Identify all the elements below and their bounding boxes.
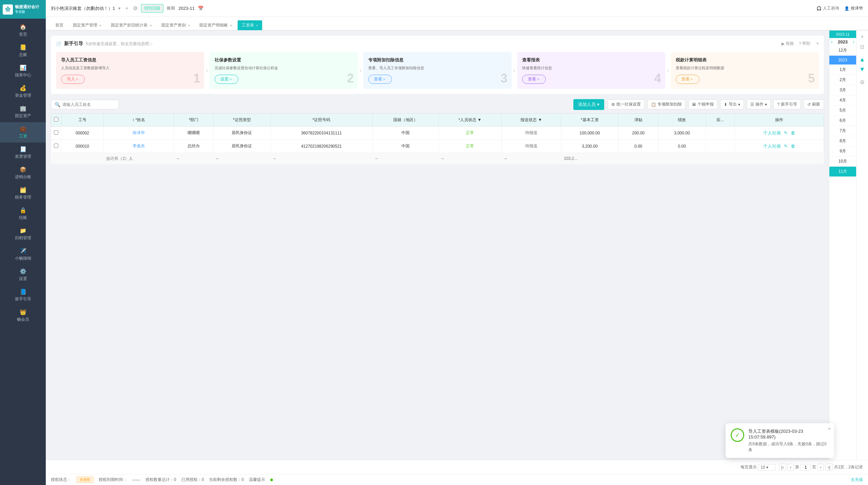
panel-up-button[interactable]: ▲ <box>859 56 865 63</box>
step-number-1: 1 <box>193 71 200 86</box>
sidebar-item-reports[interactable]: 📊报表中心 <box>0 61 46 81</box>
last-page-button[interactable]: ›| <box>825 464 833 471</box>
sidebar-item-member[interactable]: 👑畅会员 <box>0 305 46 326</box>
sidebar-item-close[interactable]: 🔒结账 <box>0 204 46 224</box>
cell-name[interactable]: 李俊杰 <box>133 144 145 148</box>
add-employee-button[interactable]: 添加人员 ▾ <box>573 99 604 110</box>
calendar-prev-button[interactable]: ‹ <box>831 39 833 44</box>
user-menu[interactable]: 👤 徐泽华 <box>844 5 863 11</box>
refresh-button[interactable]: ↺ 刷新 <box>804 99 824 109</box>
tab-close-fixed-assets-mgmt[interactable]: × <box>99 23 101 27</box>
guide-icon: ? <box>777 102 780 107</box>
onboarding-links: ▶ 视频 ? 帮助 <box>782 41 810 46</box>
calendar-icon[interactable]: 📅 <box>198 6 203 11</box>
row-checkbox[interactable] <box>54 130 58 135</box>
social-insurance-button[interactable]: ⚙ 统一社保设置 <box>608 99 645 109</box>
panel-settings-icon[interactable]: ⚙ <box>860 79 865 86</box>
calendar-month-4月[interactable]: 4月 <box>829 95 856 106</box>
search-input[interactable] <box>62 102 115 107</box>
calendar-month-10月[interactable]: 10月 <box>829 156 856 167</box>
sidebar-item-archive[interactable]: 📁归档管理 <box>0 224 46 244</box>
notification-close-button[interactable]: × <box>828 426 831 431</box>
action-delete[interactable]: 🗑 <box>791 144 795 149</box>
tab-home[interactable]: 首页 <box>51 20 68 30</box>
guide-button[interactable]: ? 新手引导 <box>773 99 801 109</box>
panel-close-button[interactable]: × <box>858 32 867 41</box>
calendar-month-3月[interactable]: 3月 <box>829 85 856 95</box>
page-number-input[interactable] <box>801 464 811 471</box>
sidebar-item-home[interactable]: 🏠首页 <box>0 20 46 41</box>
settings-button[interactable]: ⚙ <box>133 5 138 12</box>
action-edit[interactable]: ✎ <box>784 130 788 135</box>
sidebar-item-fixed-assets[interactable]: 🏢固定资产 <box>0 102 46 122</box>
old-version-button[interactable]: 切到旧版 <box>141 4 163 13</box>
tab-fixed-assets-mgmt[interactable]: 固定资产管理× <box>68 20 106 30</box>
report-filter-icon[interactable]: ▼ <box>538 117 542 122</box>
tab-close-depreciation[interactable]: × <box>150 23 152 27</box>
calendar-month-9月[interactable]: 9月 <box>829 146 856 156</box>
sidebar-item-tax[interactable]: 🗂️税务管理 <box>0 183 46 204</box>
notification-popup: × ✓ 导入工资表模板(2023-03-23 15:07:59.897) 共9条… <box>726 423 834 458</box>
cell-name[interactable]: 徐泽华 <box>133 130 145 135</box>
pagination-bar: 每页显示 10 ▾ |‹ ‹ 第 页 › ›| 共1页，2条记录 <box>46 460 868 474</box>
step-btn-5[interactable]: 查看＞ <box>676 75 699 84</box>
first-page-button[interactable]: |‹ <box>779 464 786 471</box>
sidebar-item-invoices[interactable]: 🧾发票管理 <box>0 143 46 163</box>
calendar-month-11月[interactable]: 11月 <box>829 167 856 177</box>
tab-close-fixed-assets-type[interactable]: × <box>188 23 190 27</box>
calendar-next-button[interactable]: › <box>853 39 854 44</box>
tab-fixed-assets-type[interactable]: 固定资产类别× <box>157 20 194 30</box>
panel-expand-button[interactable]: ⊡ <box>858 42 867 51</box>
page-size-dropdown[interactable]: 10 ▾ <box>758 464 775 471</box>
step-btn-3[interactable]: 查看＞ <box>368 75 392 84</box>
step-btn-1[interactable]: 导入＞ <box>61 75 85 84</box>
onboarding-close-button[interactable]: × <box>816 41 819 46</box>
action-social-insurance[interactable]: 个人社保 <box>763 130 781 135</box>
calendar-month-12月[interactable]: 12月 <box>829 45 856 56</box>
personal-tax-button[interactable]: 🏛 个税申报 <box>688 99 717 109</box>
action-social-insurance[interactable]: 个人社保 <box>763 144 781 149</box>
calendar-month-8月[interactable]: 8月 <box>829 136 856 146</box>
sidebar-item-general-ledger[interactable]: 📒总账 <box>0 41 46 61</box>
help-link[interactable]: ? 帮助 <box>799 41 810 46</box>
sidebar-item-guide[interactable]: 📘新手引导 <box>0 285 46 305</box>
sidebar-item-expense[interactable]: ✈️小畅报销 <box>0 244 46 265</box>
sort-icon[interactable]: ↕ <box>132 117 134 122</box>
calendar-month-1月[interactable]: 1月 <box>829 65 856 75</box>
action-edit[interactable]: ✎ <box>784 144 788 149</box>
ai-consult-button[interactable]: 🎧 人工咨询 <box>816 5 839 11</box>
tab-close-payroll-table[interactable]: × <box>256 23 258 27</box>
sidebar-item-funds[interactable]: 💰资金管理 <box>0 81 46 102</box>
row-checkbox[interactable] <box>54 144 58 148</box>
add-account-button[interactable]: ＋ <box>124 5 130 12</box>
sidebar-item-purchase-sales[interactable]: 📦进销台账 <box>0 163 46 183</box>
special-deduction-button[interactable]: 📋 专项附加扣除 <box>647 99 686 109</box>
tab-payroll-table[interactable]: 工资表× <box>237 20 262 30</box>
prev-page-button[interactable]: ‹ <box>788 464 794 471</box>
calendar-months: 12月20231月2月3月4月5月6月7月8月9月10月11月 <box>829 45 856 177</box>
recharge-button[interactable]: 去充值 <box>851 477 863 483</box>
th-id-type: *证照类型 <box>213 113 271 126</box>
account-dropdown-arrow[interactable]: ▾ <box>118 6 121 11</box>
step-number-2: 2 <box>347 71 354 86</box>
calendar-month-6月[interactable]: 6月 <box>829 116 856 126</box>
video-link[interactable]: ▶ 视频 <box>782 41 794 46</box>
action-delete[interactable]: 🗑 <box>791 130 795 135</box>
export-button[interactable]: ⬇ 导出 ▾ <box>720 99 744 109</box>
tab-close-fixed-assets-detail[interactable]: × <box>230 23 232 27</box>
tab-depreciation[interactable]: 固定资产折旧统计表× <box>106 20 156 30</box>
next-page-button[interactable]: › <box>817 464 824 471</box>
calendar-month-2月[interactable]: 2月 <box>829 75 856 85</box>
calendar-month-5月[interactable]: 5月 <box>829 106 856 116</box>
tab-fixed-assets-detail[interactable]: 固定资产明细账× <box>195 20 236 30</box>
panel-down-button[interactable]: ▼ <box>859 66 865 73</box>
step-btn-4[interactable]: 查看＞ <box>522 75 546 84</box>
calendar-month-7月[interactable]: 7月 <box>829 126 856 136</box>
sidebar-item-settings[interactable]: ⚙️设置 <box>0 265 46 285</box>
select-all-checkbox[interactable] <box>54 117 58 122</box>
status-filter-icon[interactable]: ▼ <box>477 117 481 122</box>
warning-label: 温馨提示 <box>249 477 265 483</box>
step-btn-2[interactable]: 设置＞ <box>215 75 238 84</box>
operations-button[interactable]: ☰ 操作 ▾ <box>747 99 771 109</box>
sidebar-item-payroll[interactable]: 💼工资 <box>0 122 46 143</box>
